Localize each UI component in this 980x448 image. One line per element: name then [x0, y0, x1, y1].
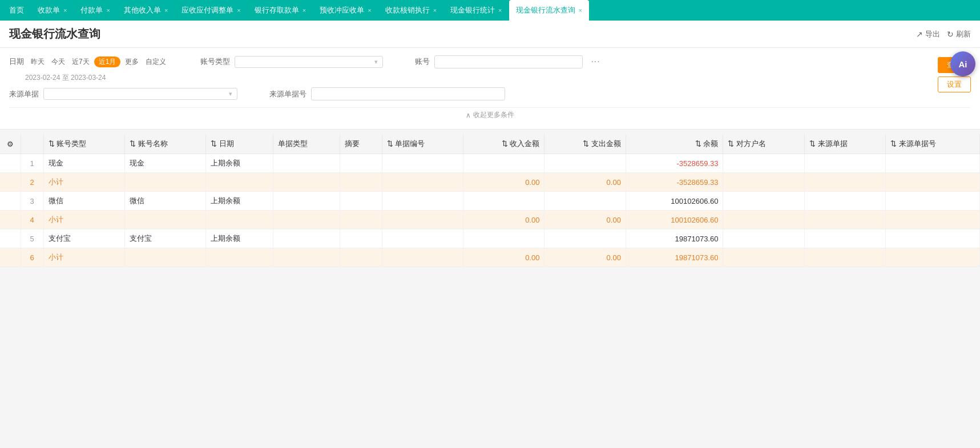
row-date-0: 上期余额: [206, 154, 273, 173]
nav-tab-1[interactable]: 付款单 ×: [74, 0, 116, 21]
date-btn-yesterday[interactable]: 昨天: [29, 56, 47, 67]
row-counterparty-5: [723, 248, 804, 267]
date-btn-custom[interactable]: 自定义: [143, 56, 168, 67]
row-income-3: 0.00: [463, 211, 545, 229]
row-account-type-0: 现金: [43, 154, 124, 173]
nav-tab-5[interactable]: 预收冲应收单 ×: [313, 0, 378, 21]
row-income-1: 0.00: [463, 173, 545, 192]
row-num-3: 4: [21, 211, 43, 229]
nav-home[interactable]: 首页: [2, 5, 31, 15]
row-date-3: [206, 211, 273, 229]
account-type-select[interactable]: ▾: [235, 56, 383, 68]
row-account-name-2: 微信: [124, 192, 205, 211]
refresh-icon: ↻: [947, 30, 954, 39]
close-tab-2[interactable]: ×: [164, 7, 168, 14]
account-input[interactable]: [434, 55, 583, 68]
close-tab-4[interactable]: ×: [303, 7, 306, 14]
row-counterparty-1: [723, 173, 804, 192]
collapse-icon: ∧: [466, 111, 471, 119]
row-counterparty-3: [723, 211, 804, 229]
source-doc-label: 来源单据: [9, 89, 39, 99]
row-expense-1: 0.00: [545, 173, 626, 192]
row-date-4: 上期余额: [206, 229, 273, 248]
row-account-type-1: 小计: [43, 173, 124, 192]
date-btn-today[interactable]: 今天: [49, 56, 67, 67]
row-summary-4: [340, 229, 382, 248]
close-tab-8[interactable]: ×: [579, 7, 582, 14]
row-source-doc-5: [804, 248, 885, 267]
close-tab-6[interactable]: ×: [433, 7, 437, 14]
row-source-doc-no-5: [886, 248, 980, 267]
collapse-bar[interactable]: ∧ 收起更多条件: [9, 107, 971, 122]
account-label: 账号: [415, 56, 430, 67]
row-account-name-4: 支付宝: [124, 229, 205, 248]
col-income[interactable]: ⇅ 收入金额: [463, 134, 545, 154]
nav-tab-0[interactable]: 收款单 ×: [31, 0, 74, 21]
row-income-5: 0.00: [463, 248, 545, 267]
col-num: [21, 134, 43, 154]
col-expense[interactable]: ⇅ 支出金额: [545, 134, 626, 154]
nav-tab-7[interactable]: 现金银行统计 ×: [443, 0, 509, 21]
source-doc-no-input[interactable]: [311, 87, 505, 100]
row-source-doc-3: [804, 211, 885, 229]
header-actions: ↗ 导出 ↻ 刷新: [916, 29, 971, 39]
row-expense-0: [545, 154, 626, 173]
table-row: 1 现金 现金 上期余额 -3528659.33: [0, 154, 980, 173]
row-gear-5: [0, 248, 21, 267]
col-date[interactable]: ⇅ 日期: [206, 134, 273, 154]
refresh-button[interactable]: ↻ 刷新: [947, 29, 971, 39]
row-summary-3: [340, 211, 382, 229]
nav-tab-8[interactable]: 现金银行流水查询 ×: [509, 0, 589, 21]
close-tab-3[interactable]: ×: [237, 7, 240, 14]
table-header-row: ⚙ ⇅ 账号类型 ⇅ 账号名称 ⇅ 日期 单据类型 摘要 ⇅ 单据编号 ⇅ 收入…: [0, 134, 980, 154]
nav-tab-2[interactable]: 其他收入单 ×: [117, 0, 175, 21]
row-doc-no-3: [382, 211, 463, 229]
chevron-down-icon: ▾: [374, 58, 378, 66]
row-num-2: 3: [21, 192, 43, 211]
col-balance[interactable]: ⇅ 余额: [626, 134, 723, 154]
col-counterparty[interactable]: ⇅ 对方户名: [723, 134, 804, 154]
account-type-label: 账号类型: [200, 56, 230, 67]
date-btn-more[interactable]: 更多: [123, 56, 141, 67]
row-doc-no-4: [382, 229, 463, 248]
table-row: 5 支付宝 支付宝 上期余额 19871073.60: [0, 229, 980, 248]
col-doc-no[interactable]: ⇅ 单据编号: [382, 134, 463, 154]
row-balance-2: 100102606.60: [626, 192, 723, 211]
row-source-doc-no-2: [886, 192, 980, 211]
col-account-name[interactable]: ⇅ 账号名称: [124, 134, 205, 154]
nav-tab-3[interactable]: 应收应付调整单 ×: [175, 0, 247, 21]
close-tab-5[interactable]: ×: [368, 7, 371, 14]
export-button[interactable]: ↗ 导出: [916, 29, 940, 39]
filter-area: 日期 昨天 今天 近7天 近1月 更多 自定义 账号类型 ▾: [0, 48, 980, 130]
row-doc-type-2: [273, 192, 340, 211]
col-account-type[interactable]: ⇅ 账号类型: [43, 134, 124, 154]
row-date-5: [206, 248, 273, 267]
row-gear-0: [0, 154, 21, 173]
col-source-doc-no[interactable]: ⇅ 来源单据号: [886, 134, 980, 154]
row-counterparty-4: [723, 229, 804, 248]
settings-button[interactable]: 设置: [938, 76, 971, 92]
row-doc-no-0: [382, 154, 463, 173]
row-account-type-2: 微信: [43, 192, 124, 211]
table-row: 2 小计 0.00 0.00 -3528659.33: [0, 173, 980, 192]
nav-tab-4[interactable]: 银行存取款单 ×: [248, 0, 313, 21]
table-row: 6 小计 0.00 0.00 19871073.60: [0, 248, 980, 267]
row-expense-5: 0.00: [545, 248, 626, 267]
account-more-icon[interactable]: ···: [587, 55, 603, 68]
row-source-doc-4: [804, 229, 885, 248]
row-balance-1: -3528659.33: [626, 173, 723, 192]
ai-badge[interactable]: Ai: [950, 51, 975, 76]
col-source-doc[interactable]: ⇅ 来源单据: [804, 134, 885, 154]
close-tab-0[interactable]: ×: [63, 7, 67, 14]
source-doc-select[interactable]: ▾: [43, 88, 237, 100]
nav-tab-6[interactable]: 收款核销执行 ×: [378, 0, 443, 21]
account-type-filter-group: 账号类型 ▾: [200, 56, 383, 68]
date-btn-1month[interactable]: 近1月: [94, 56, 121, 67]
close-tab-1[interactable]: ×: [106, 7, 110, 14]
row-gear-3: [0, 211, 21, 229]
export-icon: ↗: [916, 30, 923, 39]
page-title: 现金银行流水查询: [9, 26, 100, 42]
col-gear[interactable]: ⚙: [0, 134, 21, 154]
date-btn-7days[interactable]: 近7天: [70, 56, 92, 67]
close-tab-7[interactable]: ×: [498, 7, 502, 14]
